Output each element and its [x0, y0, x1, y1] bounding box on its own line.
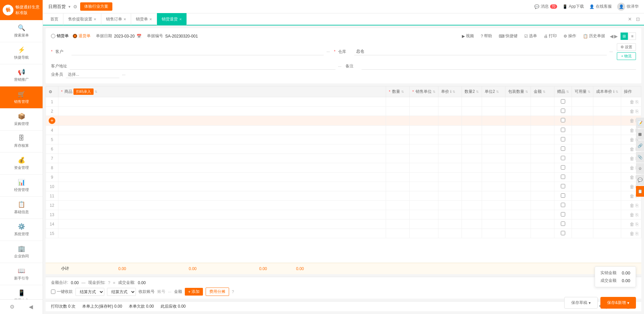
cost-cell-11[interactable] [593, 191, 621, 201]
copy-icon-15[interactable]: ⎘ [636, 231, 638, 236]
pack-cell-7[interactable] [505, 154, 531, 163]
amount-cell-4[interactable] [531, 126, 554, 135]
salesman-input[interactable] [66, 71, 119, 78]
price-cell-14[interactable] [438, 219, 462, 229]
pack-cell-12[interactable] [505, 201, 531, 210]
amount-cell-14[interactable] [531, 219, 554, 229]
price-cell-12[interactable] [438, 201, 462, 210]
avail-cell-1[interactable] [572, 97, 593, 107]
avail-cell-14[interactable] [572, 219, 593, 229]
delete-icon-13[interactable]: 🗑 [630, 212, 634, 217]
amount-cell-12[interactable] [531, 201, 554, 210]
pack-cell-3[interactable] [505, 116, 531, 126]
sidebar-item-sales[interactable]: 🛒 销售管理 [0, 86, 43, 109]
pack-cell-15[interactable] [505, 229, 531, 238]
avail-cell-9[interactable] [572, 173, 593, 182]
maximize-tab-btn[interactable]: ⊡ [635, 15, 641, 23]
sidebar-item-purchase[interactable]: 📦 采购管理 [0, 109, 43, 131]
sidebar-item-system[interactable]: ⚙️ 系统管理 [0, 219, 43, 241]
next-arrow[interactable]: ▶ [614, 34, 618, 39]
cash-discount-help-icon[interactable]: ? [108, 280, 110, 285]
right-icon-chat[interactable]: 💬 [636, 175, 644, 185]
price-cell-6[interactable] [438, 144, 462, 154]
amount-cell-7[interactable] [531, 154, 554, 163]
gift-checkbox-11[interactable] [561, 193, 565, 198]
cost-cell-7[interactable] [593, 154, 621, 163]
unit2-cell-15[interactable] [482, 229, 505, 238]
tab-sale-return[interactable]: 销货退货 ✕ [157, 13, 187, 25]
qty-cell-6[interactable] [386, 144, 410, 154]
close-tab-btn[interactable]: ✕ [627, 15, 633, 23]
unit2-cell-13[interactable] [482, 210, 505, 219]
price-cell-3[interactable] [438, 116, 462, 126]
topbar-dropdown-icon[interactable]: ▾ [68, 4, 70, 9]
qty2-cell-13[interactable] [462, 210, 482, 219]
gift-checkbox-9[interactable] [561, 175, 565, 179]
gift-checkbox-3[interactable] [561, 118, 565, 122]
gift-checkbox-5[interactable] [561, 137, 565, 141]
gift-checkbox-4[interactable] [561, 128, 565, 132]
tab-sale-delivery[interactable]: 销货单 ✕ [131, 13, 157, 25]
gift-checkbox-15[interactable] [561, 231, 565, 235]
gift-checkbox-2[interactable] [561, 109, 565, 113]
account-select-btn[interactable]: ··· [168, 290, 171, 294]
sort-amount-icon[interactable]: ⇅ [543, 90, 545, 93]
sort-qty2-icon[interactable]: ⇅ [476, 90, 479, 93]
delete-icon-1[interactable]: 🗑 [630, 99, 634, 105]
qty-cell-7[interactable] [386, 154, 410, 163]
gift-checkbox-12[interactable] [561, 203, 565, 207]
avail-cell-6[interactable] [572, 144, 593, 154]
unit-cell-4[interactable] [410, 126, 438, 135]
unit2-cell-7[interactable] [482, 154, 505, 163]
right-icon-note[interactable]: 📝 [636, 118, 644, 128]
product-cell-10[interactable] [58, 182, 386, 191]
unit-cell-3[interactable] [410, 116, 438, 126]
avail-cell-3[interactable] [572, 116, 593, 126]
qty-cell-3[interactable] [386, 116, 410, 126]
avail-cell-12[interactable] [572, 201, 593, 210]
product-cell-9[interactable] [58, 173, 386, 182]
avail-cell-15[interactable] [572, 229, 593, 238]
right-icon-table[interactable]: ⊞ [636, 129, 644, 140]
unit-cell-2[interactable] [410, 107, 438, 116]
cost-cell-8[interactable] [593, 163, 621, 173]
sidebar-item-app[interactable]: 📱 应用中心 [0, 285, 43, 299]
unit2-cell-10[interactable] [482, 182, 505, 191]
unit-cell-9[interactable] [410, 173, 438, 182]
qty-cell-5[interactable] [386, 135, 410, 144]
sort-cost-icon[interactable]: ⇅ [615, 90, 618, 93]
cost-info-icon[interactable]: ℹ [613, 89, 614, 94]
avail-cell-11[interactable] [572, 191, 593, 201]
delete-icon-8[interactable]: 🗑 [630, 165, 634, 171]
delete-icon-15[interactable]: 🗑 [630, 231, 634, 236]
qty2-cell-14[interactable] [462, 219, 482, 229]
pack-cell-11[interactable] [505, 191, 531, 201]
delete-icon-4[interactable]: 🗑 [630, 128, 634, 133]
unit-cell-15[interactable] [410, 229, 438, 238]
qty2-cell-11[interactable] [462, 191, 482, 201]
qty-cell-13[interactable] [386, 210, 410, 219]
qty2-cell-9[interactable] [462, 173, 482, 182]
product-cell-11[interactable] [58, 191, 386, 201]
avail-cell-10[interactable] [572, 182, 593, 191]
sidebar-item-search[interactable]: 🔍 搜索菜单 [0, 20, 43, 42]
price-cell-5[interactable] [438, 135, 462, 144]
tab-sale-order[interactable]: 销售订单 ✕ [101, 13, 131, 25]
unit-cell-10[interactable] [410, 182, 438, 191]
gift-cell-5[interactable] [554, 135, 572, 144]
sort-price-icon[interactable]: ⇅ [452, 90, 455, 93]
unit2-cell-12[interactable] [482, 201, 505, 210]
cost-cell-6[interactable] [593, 144, 621, 154]
unit2-cell-2[interactable] [482, 107, 505, 116]
price-cell-11[interactable] [438, 191, 462, 201]
sidebar-item-operation[interactable]: 📊 经营管理 [0, 175, 43, 197]
gift-cell-11[interactable] [554, 191, 572, 201]
amount-cell-13[interactable] [531, 210, 554, 219]
radio-delivery[interactable]: 销货单 [51, 33, 69, 39]
product-cell-5[interactable] [58, 135, 386, 144]
pack-cell-10[interactable] [505, 182, 531, 191]
qty2-cell-15[interactable] [462, 229, 482, 238]
pack-cell-8[interactable] [505, 163, 531, 173]
qty2-cell-2[interactable] [462, 107, 482, 116]
warehouse-select-btn[interactable]: ··· [609, 49, 613, 54]
